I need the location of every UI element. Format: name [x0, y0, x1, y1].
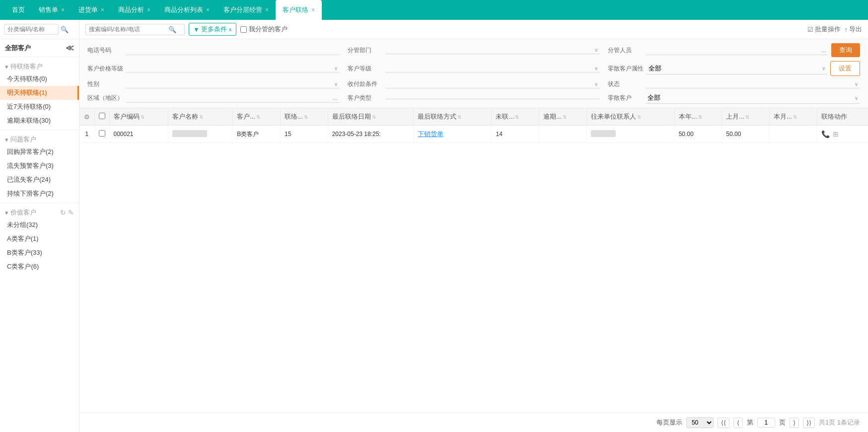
sidebar-item-ungrouped[interactable]: 未分组(32) [0, 218, 79, 232]
nav-customer-contact[interactable]: 客户联络 × [276, 0, 322, 20]
sort-last-month-icon: ⇅ [745, 114, 749, 120]
manager-select[interactable]: ... [646, 46, 828, 55]
customer-type-select[interactable] [385, 97, 600, 99]
gear-icon[interactable]: ⚙ [84, 113, 90, 121]
last-page-btn[interactable]: ⟩⟩ [803, 418, 815, 428]
sort-name[interactable]: 客户名称 ⇅ [172, 112, 228, 121]
select-all-checkbox[interactable] [99, 113, 105, 119]
sort-last-month[interactable]: 上月... ⇅ [726, 112, 765, 121]
nav-sales-order[interactable]: 销售单 × [32, 0, 72, 20]
customer-level-arrow-icon: ∨ [594, 66, 598, 71]
sort-this-year-icon: ⇅ [698, 114, 702, 120]
collapse-icon[interactable]: ≪ [66, 43, 74, 53]
region-dots-icon[interactable]: ... [333, 94, 338, 101]
manager-dots-icon[interactable]: ... [821, 47, 826, 54]
query-btn[interactable]: 查询 [831, 43, 860, 57]
nav-purchase-order[interactable]: 进货单 × [72, 0, 111, 20]
sidebar-item-7days-pending[interactable]: 近7天待联络(0) [0, 100, 79, 114]
retail-customer-select[interactable]: 全部 ∨ [646, 92, 860, 104]
sort-last-method-icon: ⇅ [457, 114, 461, 120]
col-type: 客户... ⇅ [233, 108, 281, 126]
close-segment-icon[interactable]: × [265, 6, 269, 13]
filter-icon: ▼ [193, 26, 200, 33]
row-last-method[interactable]: 下销货单 [414, 126, 492, 143]
prev-page-btn[interactable]: ⟨ [733, 418, 743, 428]
search-input[interactable] [89, 26, 168, 33]
region-select[interactable]: ... [126, 93, 340, 103]
row-last-month: 50.00 [722, 126, 770, 143]
sidebar-item-class-a[interactable]: A类客户(1) [0, 232, 79, 246]
top-nav: 首页 销售单 × 进货单 × 商品分析 × 商品分析列表 × 客户分层经营 × … [0, 0, 868, 20]
nav-customer-segment[interactable]: 客户分层经营 × [217, 0, 276, 20]
sidebar-search-icon[interactable]: 🔍 [61, 26, 69, 33]
row-overdue [539, 126, 587, 143]
page-label: 第 [747, 418, 753, 427]
export-btn[interactable]: ↑ 导出 [845, 25, 863, 34]
phone-input[interactable] [125, 46, 340, 55]
close-purchase-icon[interactable]: × [101, 6, 104, 13]
grid-action-icon[interactable]: ⊞ [833, 130, 839, 138]
status-select[interactable]: ∨ [646, 80, 860, 88]
sidebar-item-overdue-contact[interactable]: 逾期未联络(30) [0, 114, 79, 128]
per-page-label: 每页显示 [656, 418, 682, 427]
sort-pending[interactable]: 未联... ⇅ [496, 112, 535, 121]
payment-select[interactable]: ∨ [385, 80, 600, 88]
filter-manager-row: 分管人员 ... 查询 [608, 43, 860, 57]
close-product-analysis-icon[interactable]: × [147, 6, 150, 13]
edit-value-icon[interactable]: ✎ [68, 209, 74, 216]
price-level-select[interactable]: ∨ [126, 65, 340, 72]
sort-last-date[interactable]: 最后联络日期 ⇅ [332, 112, 409, 121]
price-level-arrow-icon: ∨ [334, 66, 338, 71]
retail-attr-select[interactable]: 全部 ∨ [647, 63, 827, 74]
current-page-input[interactable] [757, 418, 775, 428]
settings-btn[interactable]: 设置 [830, 61, 860, 76]
sort-contacts[interactable]: 联络... ⇅ [285, 112, 324, 121]
sidebar-item-class-b[interactable]: B类客户(33) [0, 246, 79, 260]
refresh-value-icon[interactable]: ↻ [60, 209, 66, 216]
sidebar-item-churned[interactable]: 已流失客户(24) [0, 173, 79, 187]
col-settings[interactable]: ⚙ [79, 108, 94, 126]
sidebar-item-class-c[interactable]: C类客户(6) [0, 260, 79, 274]
row-checkbox[interactable] [99, 130, 105, 137]
nav-product-analysis[interactable]: 商品分析 × [111, 0, 157, 20]
chevron-down-icon: ∧ [228, 27, 232, 32]
close-product-list-icon[interactable]: × [206, 6, 210, 13]
nav-product-analysis-list[interactable]: 商品分析列表 × [157, 0, 217, 20]
more-conditions-btn[interactable]: ▼ 更多条件 ∧ [189, 23, 236, 36]
pending-group-label: ▾待联络客户 [0, 59, 79, 72]
per-page-select[interactable]: 50 100 200 [686, 417, 714, 428]
first-page-btn[interactable]: ⟨⟨ [718, 418, 729, 428]
nav-home[interactable]: 首页 [5, 0, 32, 20]
close-contact-icon[interactable]: × [311, 6, 315, 13]
gender-select[interactable]: ∨ [125, 80, 340, 88]
sort-code[interactable]: 客户编码 ⇅ [114, 112, 164, 121]
sidebar-item-churn-warning[interactable]: 流失预警客户(3) [0, 159, 79, 173]
sort-this-month[interactable]: 本月... ⇅ [774, 112, 813, 121]
sort-last-method[interactable]: 最后联络方式 ⇅ [418, 112, 487, 121]
sort-unit-contact[interactable]: 往来单位联系人 ⇅ [591, 112, 670, 121]
customer-level-select[interactable]: ∨ [385, 65, 600, 72]
sort-code-icon: ⇅ [141, 114, 145, 120]
search-icon[interactable]: 🔍 [168, 26, 176, 33]
gender-arrow-icon: ∨ [334, 81, 338, 87]
sidebar-item-repurchase-abnormal[interactable]: 回购异常客户(2) [0, 145, 79, 159]
my-customers-check[interactable] [240, 26, 247, 33]
dept-select[interactable]: ∨ [385, 46, 600, 54]
close-sales-icon[interactable]: × [61, 6, 65, 13]
sidebar-item-tomorrow-pending[interactable]: 明天待联络(1) [0, 86, 79, 100]
next-page-btn[interactable]: ⟩ [790, 418, 799, 428]
col-contacts: 联络... ⇅ [280, 108, 328, 126]
batch-operate-btn[interactable]: ☑ 批量操作 [807, 25, 841, 34]
my-customers-checkbox[interactable]: 我分管的客户 [240, 25, 288, 34]
filter-bar: 🔍 ▼ 更多条件 ∧ 我分管的客户 ☑ 批量操作 ↑ 导出 [79, 20, 868, 39]
advanced-filter-panel: 电话号码 分管部门 ∨ 分管人员 ... 查询 客户价格等级 ∨ [79, 39, 868, 108]
sort-this-year[interactable]: 本年... ⇅ [679, 112, 718, 121]
sort-type[interactable]: 客户... ⇅ [237, 112, 276, 121]
phone-action-icon[interactable]: 📞 [821, 130, 830, 138]
sidebar-item-today-pending[interactable]: 今天待联络(0) [0, 72, 79, 86]
sort-overdue[interactable]: 逾期... ⇅ [543, 112, 582, 121]
problem-group-label: ▾问题客户 [0, 132, 79, 145]
sidebar-item-declining[interactable]: 持续下滑客户(2) [0, 187, 79, 201]
sort-name-icon: ⇅ [199, 114, 203, 120]
sidebar-search-input[interactable] [4, 24, 59, 35]
